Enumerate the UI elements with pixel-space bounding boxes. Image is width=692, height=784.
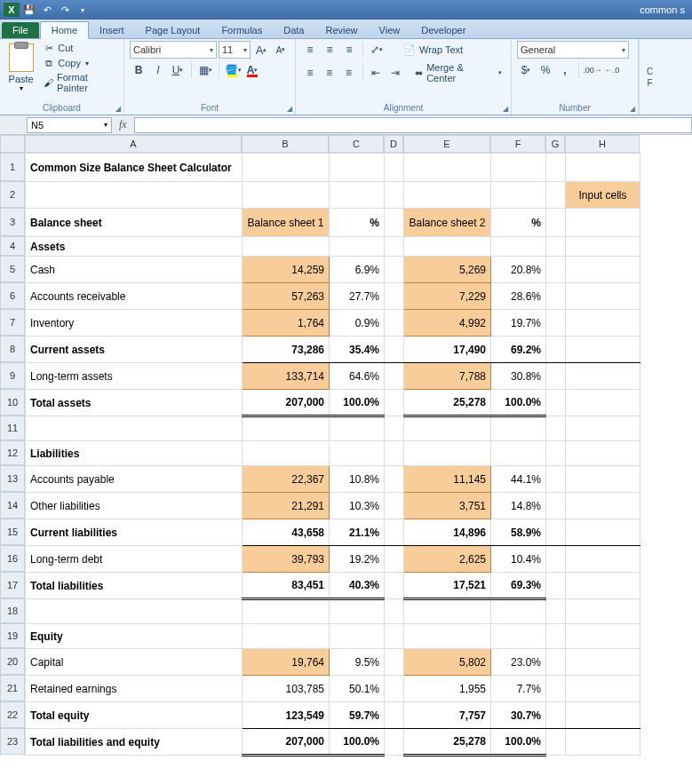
cell-e-6[interactable]: 4,992 <box>404 310 491 337</box>
cell-b-19[interactable]: 19,764 <box>243 649 330 676</box>
cell-f-5[interactable]: 28.6% <box>491 283 546 310</box>
cell-b-13[interactable]: 21,291 <box>243 493 330 519</box>
cell-label-22[interactable]: Total liabilities and equity <box>26 729 243 756</box>
cell-label-4[interactable]: Cash <box>26 257 243 283</box>
cell-label-19[interactable]: Capital <box>26 649 243 676</box>
formula-bar[interactable] <box>134 117 692 133</box>
cell-label-9[interactable]: Total assets <box>26 390 243 416</box>
cell-input-legend[interactable]: Input cells <box>566 182 640 209</box>
tab-view[interactable]: View <box>369 22 411 38</box>
border-button[interactable]: ▦▾ <box>196 61 214 79</box>
cell-e-22[interactable]: 25,278 <box>404 729 491 756</box>
row-header-15[interactable]: 15 <box>0 519 25 545</box>
row-header-14[interactable]: 14 <box>0 492 25 519</box>
cell-hdr-pct1[interactable]: % <box>330 209 385 237</box>
cell-c-12[interactable]: 10.8% <box>330 466 385 493</box>
cell-equity-header[interactable]: Equity <box>26 624 243 649</box>
tab-data[interactable]: Data <box>273 22 314 38</box>
cell-c-16[interactable]: 40.3% <box>330 573 385 599</box>
align-right-button[interactable]: ≡ <box>340 64 358 82</box>
fill-color-button[interactable]: 🪣▾ <box>224 61 242 79</box>
row-header-23[interactable]: 23 <box>0 728 25 755</box>
cell-label-15[interactable]: Long-term debt <box>26 546 243 573</box>
cell-assets-header[interactable]: Assets <box>26 237 243 257</box>
row-header-11[interactable]: 11 <box>0 416 25 440</box>
cell-f-21[interactable]: 30.7% <box>491 702 546 729</box>
number-format-combo[interactable]: General▾ <box>517 41 629 59</box>
merge-center-button[interactable]: ⬌Merge & Center▾ <box>411 61 505 84</box>
cell-b-9[interactable]: 207,000 <box>243 390 330 416</box>
row-header-10[interactable]: 10 <box>0 389 25 416</box>
cell-e-19[interactable]: 5,802 <box>404 649 491 676</box>
row-header-9[interactable]: 9 <box>0 362 25 389</box>
cell-f-16[interactable]: 69.3% <box>491 573 546 599</box>
col-header-H[interactable]: H <box>565 135 640 153</box>
row-header-4[interactable]: 4 <box>0 236 25 256</box>
format-painter-button[interactable]: 🖌Format Painter <box>40 71 118 94</box>
orientation-button[interactable]: ⤢▾ <box>368 41 386 59</box>
col-header-F[interactable]: F <box>490 135 545 153</box>
cell-c-4[interactable]: 6.9% <box>330 257 385 283</box>
cell-hdr-pct2[interactable]: % <box>491 209 546 237</box>
cell-c-19[interactable]: 9.5% <box>330 649 385 676</box>
cell-label-14[interactable]: Current liabilities <box>26 519 243 546</box>
cell-c-22[interactable]: 100.0% <box>330 729 385 756</box>
font-color-button[interactable]: A▾ <box>243 61 261 79</box>
cell-c-13[interactable]: 10.3% <box>330 493 385 519</box>
font-name-combo[interactable]: Calibri▾ <box>130 41 217 59</box>
cell-e-16[interactable]: 17,521 <box>404 573 491 599</box>
row-header-16[interactable]: 16 <box>0 545 25 572</box>
row-header-17[interactable]: 17 <box>0 572 25 598</box>
cell-b-14[interactable]: 43,658 <box>243 519 330 546</box>
underline-button[interactable]: U▾ <box>169 61 187 79</box>
cell-f-13[interactable]: 14.8% <box>491 493 546 519</box>
align-top-button[interactable]: ≡ <box>301 41 319 59</box>
cell-b-21[interactable]: 123,549 <box>243 702 330 729</box>
fx-icon[interactable]: fx <box>119 118 127 131</box>
cell-e-12[interactable]: 11,145 <box>404 466 491 493</box>
row-header-2[interactable]: 2 <box>0 181 25 208</box>
cell-c-6[interactable]: 0.9% <box>330 310 385 337</box>
row-header-8[interactable]: 8 <box>0 336 25 362</box>
wrap-text-button[interactable]: 📄Wrap Text <box>400 44 466 57</box>
shrink-font-button[interactable]: A▾ <box>272 41 290 59</box>
row-header-5[interactable]: 5 <box>0 256 25 282</box>
percent-format-button[interactable]: % <box>537 61 554 79</box>
cell-e-20[interactable]: 1,955 <box>404 676 491 702</box>
cell-f-19[interactable]: 23.0% <box>491 649 546 676</box>
row-header-22[interactable]: 22 <box>0 701 25 728</box>
cell-b-8[interactable]: 133,714 <box>243 363 330 390</box>
cell-b-6[interactable]: 1,764 <box>243 310 330 337</box>
cell-label-21[interactable]: Total equity <box>26 702 243 729</box>
increase-indent-button[interactable]: ⇥ <box>386 64 404 82</box>
cell-f-20[interactable]: 7.7% <box>491 676 546 702</box>
row-header-19[interactable]: 19 <box>0 623 25 648</box>
select-all-corner[interactable] <box>0 135 25 153</box>
cell-c-5[interactable]: 27.7% <box>330 283 385 310</box>
cell-e-15[interactable]: 2,625 <box>404 546 491 573</box>
col-header-E[interactable]: E <box>403 135 490 153</box>
cell-f-7[interactable]: 69.2% <box>491 337 546 363</box>
decrease-decimal-button[interactable]: ←.0 <box>603 61 621 79</box>
row-header-1[interactable]: 1 <box>0 153 25 181</box>
comma-format-button[interactable]: , <box>556 61 574 79</box>
tab-formulas[interactable]: Formulas <box>211 22 273 38</box>
col-header-A[interactable]: A <box>25 135 242 153</box>
col-header-C[interactable]: C <box>329 135 384 153</box>
align-left-button[interactable]: ≡ <box>301 64 319 82</box>
row-header-20[interactable]: 20 <box>0 648 25 675</box>
save-icon[interactable]: 💾 <box>21 3 37 17</box>
cell-b-5[interactable]: 57,263 <box>243 283 330 310</box>
row-header-7[interactable]: 7 <box>0 309 25 336</box>
tab-review[interactable]: Review <box>314 22 368 38</box>
col-header-B[interactable]: B <box>242 135 329 153</box>
cell-balance-sheet-label[interactable]: Balance sheet <box>26 209 243 237</box>
cell-f-6[interactable]: 19.7% <box>491 310 546 337</box>
cell-c-8[interactable]: 64.6% <box>330 363 385 390</box>
undo-icon[interactable]: ↶ <box>39 3 55 17</box>
row-header-12[interactable]: 12 <box>0 440 25 465</box>
cell-e-5[interactable]: 7,229 <box>404 283 491 310</box>
cell-c-9[interactable]: 100.0% <box>330 390 385 416</box>
tab-file[interactable]: File <box>2 22 39 38</box>
redo-icon[interactable]: ↷ <box>57 3 73 17</box>
